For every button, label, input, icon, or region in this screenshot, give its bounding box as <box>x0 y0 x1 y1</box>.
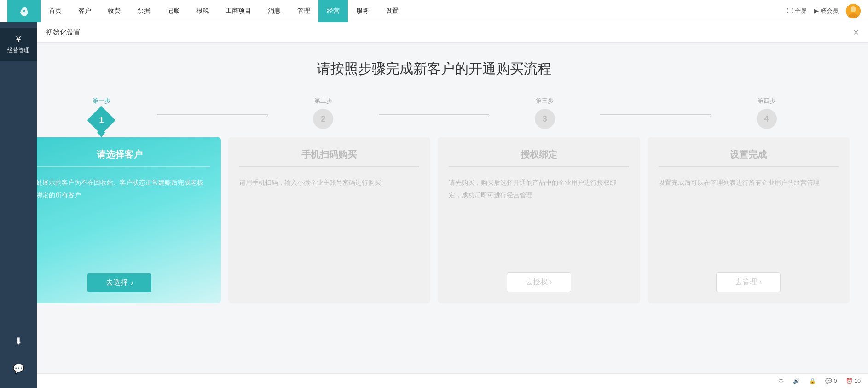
content-area: 请按照步骤完成新客户的开通购买流程 第一步 1 › 第二步 2 › <box>0 45 868 373</box>
step-card-1: 请选择客户 该处展示的客户为不在回收站、客户状态正常建账后完成老板端绑定的所有客… <box>18 137 221 303</box>
go-select-label: 去选择 <box>106 278 128 288</box>
step-indicator-4: 第四步 4 <box>711 97 822 129</box>
card1-title: 请选择客户 <box>29 148 210 167</box>
step-indicator-1: 第一步 1 <box>46 97 157 137</box>
nav-message[interactable]: 消息 <box>260 0 289 22</box>
vip-button[interactable]: ▶ 畅会员 <box>814 7 839 15</box>
step1-circle: 1 <box>90 109 113 132</box>
close-button[interactable]: × <box>853 28 859 37</box>
main-title: 请按照步骤完成新客户的开通购买流程 <box>18 59 850 78</box>
step-indicator-3: 第三步 3 <box>489 97 600 129</box>
support-icon: 💬 <box>13 363 24 374</box>
step-cards: 请选择客户 该处展示的客户为不在回收站、客户状态正常建账后完成老板端绑定的所有客… <box>18 137 850 303</box>
nav-business[interactable]: 工商项目 <box>217 0 260 22</box>
arrow-3: › <box>600 97 711 115</box>
message-icon: 💬 0 <box>825 378 837 384</box>
card4-desc: 设置完成后可以在管理列表进行所有企业用户的经营管理 <box>659 176 839 263</box>
top-navigation: 首页 客户 收费 票据 记账 报税 工商项目 消息 管理 经营 服务 设置 ⛶ … <box>0 0 868 22</box>
card1-btn-wrap: 去选择 › <box>29 264 210 292</box>
step4-label: 第四步 <box>758 97 775 105</box>
sidebar-item-label: 经营管理 <box>7 47 29 54</box>
lock-icon: 🔒 <box>809 378 816 384</box>
step1-label: 第一步 <box>93 97 110 105</box>
steps-indicator: 第一步 1 › 第二步 2 › 第三步 3 <box>18 97 850 137</box>
step-card-2: 手机扫码购买 请用手机扫码，输入小微企业主账号密码进行购买 <box>228 137 431 303</box>
go-manage-label: 去管理 › <box>735 277 762 287</box>
vip-label: 畅会员 <box>821 7 839 15</box>
arrow-2: › <box>379 97 490 115</box>
play-icon: ▶ <box>814 7 819 14</box>
nav-customer[interactable]: 客户 <box>70 0 99 22</box>
step3-circle: 3 <box>535 109 555 129</box>
step-card-3: 授权绑定 请先购买，购买后选择开通的产品中的企业用户进行授权绑定，成功后即可进行… <box>438 137 640 303</box>
card4-title: 设置完成 <box>659 148 839 167</box>
clock-icon: ⏰ 10 <box>846 378 861 384</box>
go-authorize-button[interactable]: 去授权 › <box>507 272 571 292</box>
nav-operation[interactable]: 经营 <box>318 0 348 22</box>
nav-fee[interactable]: 收费 <box>99 0 129 22</box>
svg-point-1 <box>851 6 856 12</box>
page-header: 初始化设置 × <box>37 22 868 43</box>
sidebar: ¥ 经营管理 ⬇ 💬 <box>0 22 37 388</box>
page-title: 初始化设置 <box>46 28 81 37</box>
nav-accounting[interactable]: 记账 <box>158 0 188 22</box>
card4-btn-wrap: 去管理 › <box>659 263 839 292</box>
card2-title: 手机扫码购买 <box>239 148 420 167</box>
go-select-button[interactable]: 去选择 › <box>87 273 151 292</box>
card1-desc: 该处展示的客户为不在回收站、客户状态正常建账后完成老板端绑定的所有客户 <box>29 176 210 264</box>
step3-label: 第三步 <box>536 97 554 105</box>
volume-icon: 🔊 <box>793 378 800 384</box>
download-icon: ⬇ <box>15 335 23 347</box>
arrow-1: › <box>157 97 268 115</box>
fullscreen-label: 全屏 <box>795 7 807 15</box>
step-card-4: 设置完成 设置完成后可以在管理列表进行所有企业用户的经营管理 去管理 › <box>648 137 850 303</box>
card3-btn-wrap: 去授权 › <box>449 263 629 292</box>
step4-circle: 4 <box>757 109 777 129</box>
shield-icon: 🛡 <box>778 378 784 384</box>
card2-desc: 请用手机扫码，输入小微企业主账号密码进行购买 <box>239 176 420 292</box>
nav-service[interactable]: 服务 <box>348 0 377 22</box>
sidebar-item-operation[interactable]: ¥ 经营管理 <box>0 28 37 61</box>
card3-desc: 请先购买，购买后选择开通的产品中的企业用户进行授权绑定，成功后即可进行经营管理 <box>449 176 629 263</box>
status-bar-right: 🛡 🔊 🔒 💬 0 ⏰ 10 <box>778 378 861 384</box>
step2-circle: 2 <box>313 109 333 129</box>
fullscreen-icon: ⛶ <box>787 7 793 14</box>
status-bar: ▶ 完成 🛡 🔊 🔒 💬 0 ⏰ 10 <box>0 373 868 388</box>
nav-right-area: ⛶ 全屏 ▶ 畅会员 <box>787 4 861 18</box>
sidebar-bottom: ⬇ 💬 <box>0 329 37 388</box>
nav-tax[interactable]: 报税 <box>188 0 217 22</box>
user-avatar[interactable] <box>846 4 861 18</box>
step-indicator-2: 第二步 2 <box>268 97 379 129</box>
yuan-icon: ¥ <box>16 34 21 45</box>
nav-home[interactable]: 首页 <box>41 0 70 22</box>
nav-menu: 首页 客户 收费 票据 记账 报税 工商项目 消息 管理 经营 服务 设置 <box>41 0 787 22</box>
app-logo[interactable] <box>7 0 41 22</box>
go-manage-button[interactable]: 去管理 › <box>716 272 781 292</box>
nav-settings[interactable]: 设置 <box>377 0 407 22</box>
fullscreen-button[interactable]: ⛶ 全屏 <box>787 7 807 15</box>
sidebar-support[interactable]: 💬 <box>0 357 37 381</box>
nav-invoice[interactable]: 票据 <box>129 0 158 22</box>
sidebar-download[interactable]: ⬇ <box>0 329 37 353</box>
card3-title: 授权绑定 <box>449 148 629 167</box>
arrow-icon: › <box>131 279 133 287</box>
step2-label: 第二步 <box>314 97 332 105</box>
nav-manage[interactable]: 管理 <box>289 0 318 22</box>
go-authorize-label: 去授权 › <box>526 277 552 287</box>
